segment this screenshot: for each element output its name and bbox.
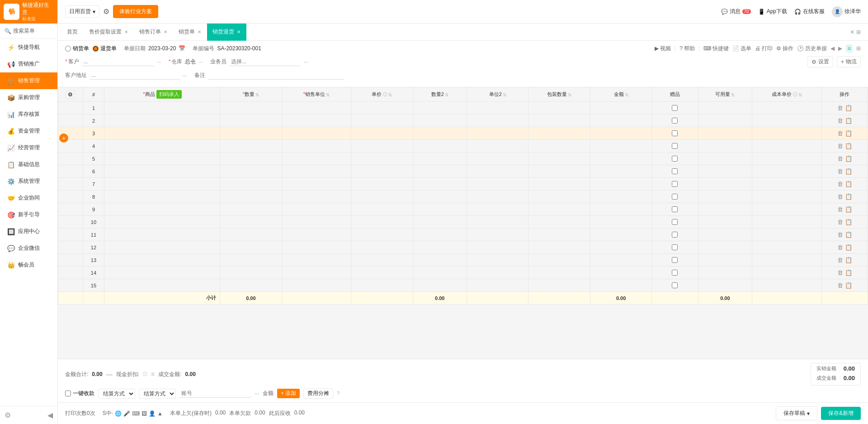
row-3-copy-icon[interactable]: 📋 (845, 130, 852, 137)
row-9-copy-icon[interactable]: 📋 (845, 206, 852, 213)
row-1-qty[interactable] (220, 102, 282, 114)
scan-input-btn[interactable]: 扫码录入 (156, 90, 182, 99)
qty2-sort-icon[interactable]: ⇅ (445, 92, 448, 97)
close-sale-return-icon[interactable]: ✕ (237, 29, 241, 34)
row-1-price[interactable] (351, 102, 413, 114)
row-13-copy-icon[interactable]: 📋 (845, 257, 852, 263)
price-info-icon[interactable]: ⓘ (383, 92, 387, 97)
row-1-avail[interactable] (698, 102, 752, 114)
unit2-sort-icon[interactable]: ⇅ (503, 92, 506, 97)
radio-sale-goods[interactable]: 销货单 (65, 45, 89, 52)
row-11-copy-icon[interactable]: 📋 (845, 231, 852, 238)
row-4-delete-icon[interactable]: 🗑 (837, 143, 843, 149)
salesperson-input[interactable] (229, 57, 301, 66)
sidebar-item-basic[interactable]: 📋 基础信息 (0, 156, 57, 173)
customer-addr-input[interactable] (90, 71, 180, 80)
row-6-copy-icon[interactable]: 📋 (845, 168, 852, 175)
row-1-amount[interactable] (590, 102, 651, 114)
fee-info-icon[interactable]: ? (337, 391, 340, 396)
cash-discount-info-icon[interactable]: ⓘ (143, 371, 147, 377)
row-12-copy-icon[interactable]: 📋 (845, 244, 852, 251)
sidebar-item-system[interactable]: ⚙️ 系统管理 (0, 173, 57, 190)
save-draft-btn[interactable]: 保存草稿 ▾ (776, 406, 817, 420)
warehouse-select-icon[interactable]: ··· (198, 59, 203, 65)
sidebar-item-enterprise[interactable]: 🤝 企业协同 (0, 190, 57, 206)
sidebar-item-quick[interactable]: ⚡ 快捷导航 (0, 39, 57, 56)
row-6-delete-icon[interactable]: 🗑 (837, 168, 843, 175)
row-14-copy-icon[interactable]: 📋 (845, 269, 852, 276)
tab-sale-price[interactable]: 售价提取设置 ✕ (84, 24, 134, 41)
row-1-copy-icon[interactable]: 📋 (845, 105, 852, 111)
row-5-delete-icon[interactable]: 🗑 (837, 155, 843, 162)
row-5-copy-icon[interactable]: 📋 (845, 155, 852, 162)
tab-sale-return[interactable]: 销货退货 ✕ (207, 24, 246, 41)
video-btn[interactable]: ▶ 视频 (655, 45, 671, 52)
unit-sort-icon[interactable]: ⇅ (326, 92, 330, 97)
sidebar-item-apps[interactable]: 🔲 应用中心 (0, 223, 57, 240)
avail-sort-icon[interactable]: ⇅ (731, 92, 735, 97)
industry-dropdown[interactable]: 日用百货 ▾ (65, 5, 99, 18)
setting-btn[interactable]: ⚙ 设置 (807, 56, 833, 67)
row-3-delete-icon[interactable]: 🗑 (837, 130, 843, 137)
amount-sort-icon[interactable]: ⇅ (625, 92, 628, 97)
topbar-gear-icon[interactable]: ⚙ (103, 7, 109, 16)
row-7-delete-icon[interactable]: 🗑 (837, 181, 843, 187)
experience-btn[interactable]: 体验行业方案 (113, 5, 158, 18)
close-all-tabs-icon[interactable]: ✕ (850, 29, 854, 35)
tab-layout-icon[interactable]: ⊞ (856, 29, 861, 35)
summary-method-select[interactable]: 结算方式 (139, 389, 176, 399)
pkg-sort-icon[interactable]: ⇅ (568, 92, 571, 97)
sidebar-item-wechat[interactable]: 💬 企业微信 (0, 240, 57, 257)
user-profile-btn[interactable]: 👤 徐泽华 (832, 6, 861, 17)
list-view-icon[interactable]: ≡ (846, 44, 853, 52)
row-11-delete-icon[interactable]: 🗑 (837, 231, 843, 238)
grid-view-icon[interactable]: ⊞ (856, 45, 861, 52)
remark-input[interactable] (208, 71, 344, 80)
row-4-copy-icon[interactable]: 📋 (845, 143, 852, 149)
select-btn[interactable]: 📄 选单 (732, 45, 751, 52)
tab-home[interactable]: 首页 (61, 24, 84, 41)
settings-bottom-icon[interactable]: ⚙ (5, 411, 11, 419)
logistics-btn[interactable]: + 物流 (837, 56, 861, 67)
col-settings-btn[interactable]: ⚙ (66, 91, 75, 99)
fee-split-btn[interactable]: 费用分摊 (303, 388, 333, 399)
row-1-unit2[interactable] (467, 102, 528, 114)
add-cost-btn[interactable]: + 添加 (277, 389, 300, 398)
calendar-icon[interactable]: 📅 (179, 45, 185, 52)
row-8-delete-icon[interactable]: 🗑 (837, 193, 843, 200)
add-row-btn[interactable]: + (59, 133, 68, 143)
row-13-delete-icon[interactable]: 🗑 (837, 257, 843, 263)
cost-sort-icon[interactable]: ⇅ (798, 92, 802, 97)
row-3-product-input[interactable] (106, 130, 218, 137)
customer-select-icon[interactable]: ··· (157, 59, 161, 65)
row-1-qty2[interactable] (413, 102, 467, 114)
row-1-unit[interactable] (282, 102, 351, 114)
shortcut-btn[interactable]: ⌨ 快捷键 (703, 45, 729, 52)
row-3-gift-check[interactable] (672, 130, 678, 136)
row-15-copy-icon[interactable]: 📋 (845, 282, 852, 289)
sidebar-item-sales[interactable]: 🛒 销售管理 (0, 72, 57, 89)
row-7-copy-icon[interactable]: 📋 (845, 181, 852, 187)
account-input[interactable] (179, 389, 251, 398)
one-key-payment-check[interactable]: 一键收款 (65, 390, 94, 397)
online-service-btn[interactable]: 🎧 在线客服 (794, 8, 825, 15)
help-btn[interactable]: ? 帮助 (679, 45, 695, 52)
row-2-gift-check[interactable] (672, 118, 678, 124)
sidebar-item-guide[interactable]: 🎯 新手引导 (0, 206, 57, 223)
account-select-icon[interactable]: ··· (255, 391, 259, 397)
row-1-gift-check[interactable] (672, 105, 678, 111)
row-2-delete-icon[interactable]: 🗑 (837, 117, 843, 124)
cost-info-icon[interactable]: ⓘ (793, 92, 797, 97)
sidebar-search-btn[interactable]: 🔍 搜索菜单 (0, 24, 57, 39)
row-8-copy-icon[interactable]: 📋 (845, 193, 852, 200)
close-sale-price-icon[interactable]: ✕ (124, 29, 128, 34)
addr-select-icon[interactable]: ··· (183, 72, 187, 79)
qty-sort-icon[interactable]: ⇅ (255, 92, 259, 97)
operation-btn[interactable]: ⚙ 操作 (776, 45, 793, 52)
sidebar-item-marketing[interactable]: 📢 营销推广 (0, 56, 57, 72)
row-1-delete-icon[interactable]: 🗑 (837, 105, 843, 111)
tab-sale-goods[interactable]: 销货单 ✕ (173, 24, 207, 41)
collapse-icon[interactable]: ◀ (47, 411, 53, 419)
row-10-delete-icon[interactable]: 🗑 (837, 219, 843, 225)
row-1-cost[interactable] (752, 102, 822, 114)
